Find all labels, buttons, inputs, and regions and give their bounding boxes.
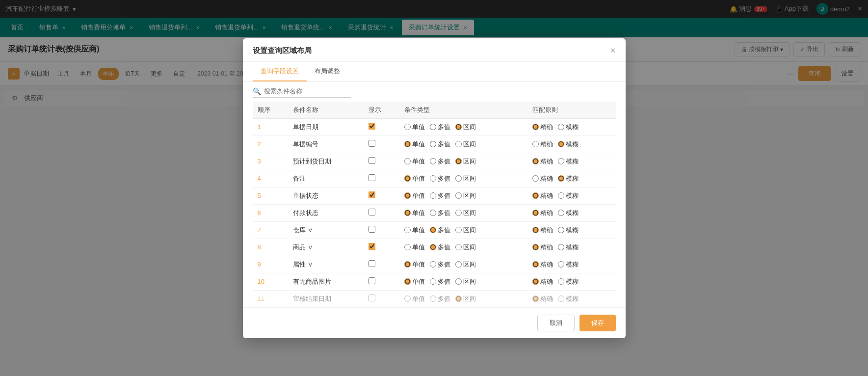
settings-dialog: 设置查询区域布局 × 查询字段设置 布局调整 🔍 顺序 条件名称 显示 (243, 38, 626, 111)
col-seq: 顺序 (253, 102, 288, 111)
tab-layout[interactable]: 布局调整 (307, 62, 348, 81)
search-icon: 🔍 (253, 87, 261, 95)
dialog-search-area: 🔍 (243, 81, 626, 102)
tab-query-fields[interactable]: 查询字段设置 (253, 62, 307, 81)
col-match: 匹配原则 (527, 102, 616, 111)
dialog-header: 设置查询区域布局 × (243, 38, 626, 62)
search-input[interactable] (264, 87, 342, 95)
dialog-tabs: 查询字段设置 布局调整 (243, 62, 626, 81)
dialog-title: 设置查询区域布局 (253, 46, 312, 55)
dialog-close-button[interactable]: × (610, 46, 616, 55)
modal-overlay: 设置查询区域布局 × 查询字段设置 布局调整 🔍 顺序 条件名称 显示 (0, 0, 868, 111)
col-show: 显示 (364, 102, 399, 111)
col-name: 条件名称 (288, 102, 364, 111)
col-type: 条件类型 (399, 102, 527, 111)
conditions-table: 顺序 条件名称 显示 条件类型 匹配原则 1单据日期单值多值区间精确模糊2单据编… (253, 102, 616, 111)
search-input-wrap: 🔍 (253, 87, 351, 98)
dialog-table-wrap: 顺序 条件名称 显示 条件类型 匹配原则 1单据日期单值多值区间精确模糊2单据编… (243, 102, 626, 111)
